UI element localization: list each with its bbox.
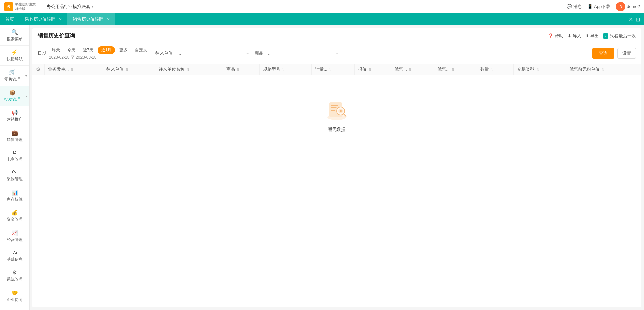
tab-close-btn[interactable]: ✕ bbox=[629, 16, 633, 23]
date-btn-today[interactable]: 今天 bbox=[64, 46, 78, 54]
help-icon: ❓ bbox=[548, 33, 553, 38]
app-download-label: App下载 bbox=[594, 4, 610, 10]
sort-goods-icon: ⇅ bbox=[237, 68, 239, 71]
tab-maximize-btn[interactable]: ⊡ bbox=[636, 16, 640, 23]
sidebar-item-sales-mgmt[interactable]: 💼 销售管理 bbox=[0, 126, 29, 146]
sidebar-item-marketing[interactable]: 📢 营销推广 bbox=[0, 106, 29, 126]
th-discount1[interactable]: 优惠... ⇅ bbox=[391, 64, 434, 75]
th-unit-label: 计量... bbox=[315, 67, 327, 72]
goods-filter-group: 商品 ··· bbox=[255, 50, 340, 57]
import-btn[interactable]: ⬇ 导入 bbox=[568, 33, 581, 39]
filter-row: 日期 昨天 今天 近7天 近1月 更多 自定义 2023-02-18 至 202… bbox=[32, 43, 641, 64]
export-btn[interactable]: ⬆ 导出 bbox=[585, 33, 599, 39]
workspace-arrow: ▾ bbox=[92, 4, 94, 9]
svg-rect-3 bbox=[331, 107, 337, 108]
sort-partner-name-icon: ⇅ bbox=[186, 68, 189, 71]
sidebar-item-ecommerce[interactable]: 🖥 电商管理 bbox=[0, 146, 29, 166]
sidebar-item-corp[interactable]: 🤝 企业协同 bbox=[0, 286, 29, 306]
date-btn-custom[interactable]: 自定义 bbox=[132, 46, 150, 54]
sidebar-label-retail: 零售管理 bbox=[4, 76, 20, 82]
table-settings-icon[interactable]: ⚙ bbox=[36, 66, 40, 72]
date-btn-week[interactable]: 近7天 bbox=[80, 46, 96, 54]
date-btns-row: 昨天 今天 近7天 近1月 更多 自定义 bbox=[49, 46, 150, 54]
date-btn-yesterday[interactable]: 昨天 bbox=[49, 46, 63, 54]
partner-input[interactable] bbox=[175, 50, 243, 57]
operation-icon: 📈 bbox=[11, 229, 18, 236]
tab-bar-right: ✕ ⊡ bbox=[629, 16, 644, 23]
sidebar-item-guide[interactable]: 🧭 新手引导 bbox=[0, 306, 29, 310]
sidebar-item-finance[interactable]: 💰 资金管理 bbox=[0, 206, 29, 226]
th-goods[interactable]: 商品 ⇅ bbox=[223, 64, 259, 75]
th-qty[interactable]: 数量 ⇅ bbox=[477, 64, 514, 75]
partner-filter-group: 往来单位 ··· bbox=[155, 50, 249, 57]
date-btn-month[interactable]: 近1月 bbox=[98, 46, 115, 54]
sidebar-item-wholesale[interactable]: 📦 批发管理 ▴ bbox=[0, 86, 29, 106]
tab-sales-close-icon[interactable]: ✕ bbox=[107, 17, 110, 21]
workspace-name: 办公用品行业模拟账套 bbox=[47, 4, 90, 10]
query-button[interactable]: 查询 bbox=[592, 48, 614, 59]
help-label: 帮助 bbox=[555, 33, 564, 39]
th-biz-date[interactable]: 业务发生... ⇅ bbox=[44, 64, 103, 75]
avatar: D bbox=[616, 2, 625, 11]
tab-sales-history-label: 销售历史价跟踪 bbox=[73, 16, 103, 22]
sidebar-item-retail[interactable]: 🛒 零售管理 ▾ bbox=[0, 66, 29, 86]
only-last-checkbox-area[interactable]: ✓ 只看最后一次 bbox=[603, 33, 636, 39]
sidebar-item-shortcut[interactable]: ⚡ 快捷导航 bbox=[0, 46, 29, 66]
sidebar-item-search[interactable]: 🔍 搜索菜单 bbox=[0, 25, 29, 46]
th-partner-name-label: 往来单位名称 bbox=[159, 67, 185, 72]
settings-button[interactable]: 设置 bbox=[617, 48, 636, 59]
sidebar-item-system[interactable]: ⚙ 系统管理 bbox=[0, 266, 29, 286]
partner-label: 往来单位 bbox=[155, 50, 173, 56]
sidebar-label-operation: 经营管理 bbox=[7, 237, 23, 243]
shortcut-icon: ⚡ bbox=[11, 49, 18, 55]
goods-input[interactable] bbox=[266, 50, 333, 57]
workspace-selector[interactable]: 办公用品行业模拟账套 ▾ bbox=[47, 4, 94, 10]
help-btn[interactable]: ❓ 帮助 bbox=[548, 33, 564, 39]
tab-sales-history[interactable]: 销售历史价跟踪 ✕ bbox=[67, 13, 115, 25]
empty-state: 暂无数据 bbox=[32, 75, 641, 153]
retail-icon: 🛒 bbox=[9, 69, 16, 75]
main-layout: 🔍 搜索菜单 ⚡ 快捷导航 🛒 零售管理 ▾ 📦 批发管理 ▴ 📢 营销推广 💼… bbox=[0, 25, 644, 310]
table-area: ⚙ 业务发生... ⇅ 往来单位 ⇅ 往来单位名称 bbox=[32, 64, 641, 307]
sort-price-icon: ⇅ bbox=[369, 68, 371, 71]
sidebar: 🔍 搜索菜单 ⚡ 快捷导航 🛒 零售管理 ▾ 📦 批发管理 ▴ 📢 营销推广 💼… bbox=[0, 25, 30, 310]
goods-dots[interactable]: ··· bbox=[336, 51, 340, 56]
sidebar-label-basic: 基础信息 bbox=[7, 257, 23, 262]
sidebar-item-inventory[interactable]: 📊 库存核算 bbox=[0, 186, 29, 206]
th-pretax-price[interactable]: 优惠前无税单价 ⇅ bbox=[566, 64, 641, 75]
sidebar-label-system: 系统管理 bbox=[7, 277, 23, 282]
th-spec[interactable]: 规格型号 ⇅ bbox=[259, 64, 311, 75]
sidebar-item-purchase[interactable]: 🛍 采购管理 bbox=[0, 166, 29, 186]
filter-actions: 查询 设置 bbox=[592, 48, 636, 59]
tab-home-label: 首页 bbox=[5, 16, 14, 22]
th-partner-name[interactable]: 往来单位名称 ⇅ bbox=[155, 64, 223, 75]
partner-dots[interactable]: ··· bbox=[245, 51, 249, 56]
th-unit[interactable]: 计量... ⇅ bbox=[311, 64, 354, 75]
sales-mgmt-icon: 💼 bbox=[11, 130, 18, 136]
th-discount2[interactable]: 优惠... ⇅ bbox=[434, 64, 477, 75]
date-btn-more[interactable]: 更多 bbox=[116, 46, 130, 54]
tab-purchase-history[interactable]: 采购历史价跟踪 ✕ bbox=[19, 13, 67, 25]
th-partner-code-label: 往来单位 bbox=[106, 67, 124, 72]
th-trade-type[interactable]: 交易类型 ⇅ bbox=[514, 64, 566, 75]
sidebar-item-basic[interactable]: 🗂 基础信息 bbox=[0, 246, 29, 266]
th-price[interactable]: 报价 ⇅ bbox=[355, 64, 391, 75]
message-action[interactable]: 💬 消息 bbox=[567, 4, 582, 10]
date-filter-group: 日期 昨天 今天 近7天 近1月 更多 自定义 2023-02-18 至 202… bbox=[38, 46, 150, 60]
content-area: 销售历史价查询 ❓ 帮助 ⬇ 导入 ⬆ 导出 bbox=[30, 25, 644, 310]
page-title-row: 销售历史价查询 ❓ 帮助 ⬇ 导入 ⬆ 导出 bbox=[38, 32, 636, 43]
message-label: 消息 bbox=[573, 4, 582, 10]
tab-bar: 首页 采购历史价跟踪 ✕ 销售历史价跟踪 ✕ ✕ ⊡ bbox=[0, 13, 644, 25]
empty-text: 暂无数据 bbox=[328, 126, 345, 133]
sidebar-label-inventory: 库存核算 bbox=[7, 197, 23, 202]
tab-home[interactable]: 首页 bbox=[0, 13, 19, 25]
app-download-action[interactable]: 📱 App下载 bbox=[587, 4, 610, 10]
sidebar-item-operation[interactable]: 📈 经营管理 bbox=[0, 226, 29, 246]
tab-purchase-close-icon[interactable]: ✕ bbox=[59, 17, 62, 21]
th-partner-code[interactable]: 往来单位 ⇅ bbox=[103, 64, 155, 75]
sort-trade-type-icon: ⇅ bbox=[536, 68, 539, 71]
purchase-icon: 🛍 bbox=[12, 169, 17, 175]
header-divider bbox=[41, 3, 41, 10]
user-area[interactable]: D demo2 bbox=[616, 2, 640, 11]
sidebar-label-search: 搜索菜单 bbox=[7, 36, 23, 42]
